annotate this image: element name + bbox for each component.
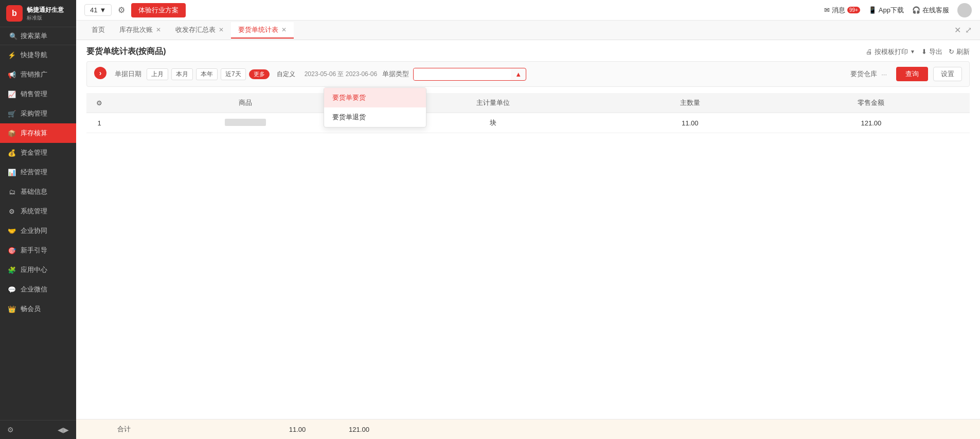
user-avatar[interactable] bbox=[957, 3, 972, 17]
window-controls: ✕ ⤢ bbox=[954, 25, 972, 35]
header-left: 41 ▼ ⚙ 体验行业方案 bbox=[84, 3, 186, 17]
warehouse-label: 要货仓库 bbox=[850, 69, 877, 79]
sidebar-item-operations[interactable]: 📊 经营管理 bbox=[0, 162, 76, 182]
date-btn-this-month[interactable]: 本月 bbox=[171, 68, 193, 80]
tab-bar: 首页 库存批次账 ✕ 收发存汇总表 ✕ 要货单统计表 ✕ ✕ ⤢ bbox=[76, 21, 980, 40]
purchase-icon: 🛒 bbox=[7, 109, 16, 118]
app-download-area[interactable]: 📱 App下载 bbox=[868, 6, 904, 15]
notification-label: 消息 bbox=[832, 6, 845, 15]
date-filter-label: 单据日期 bbox=[115, 69, 141, 79]
member-label: 畅会员 bbox=[21, 304, 41, 314]
date-range-display: 2023-05-06 至 2023-06-06 bbox=[305, 70, 377, 79]
main-area: 41 ▼ ⚙ 体验行业方案 ✉ 消息 99+ 📱 App下载 🎧 在线客服 bbox=[76, 0, 980, 439]
total-amount: 121.00 bbox=[333, 426, 385, 433]
sidebar-item-guide[interactable]: 🎯 新手引导 bbox=[0, 241, 76, 260]
settings-footer-icon[interactable]: ⚙ bbox=[7, 426, 14, 434]
table-wrapper: ⚙ 商品 主计量单位 主数量 零售金额 1 块 11.00 bbox=[86, 93, 970, 419]
refresh-icon: ↻ bbox=[949, 48, 954, 56]
finance-label: 资金管理 bbox=[21, 148, 47, 157]
col-amount: 零售金额 bbox=[773, 93, 970, 113]
basics-icon: 🗂 bbox=[7, 187, 16, 196]
inventory-icon: 📦 bbox=[7, 129, 16, 138]
company-selector[interactable]: 41 ▼ bbox=[84, 4, 112, 16]
date-btn-more[interactable]: 更多 bbox=[249, 69, 270, 79]
appcenter-icon: 🧩 bbox=[7, 265, 16, 275]
guide-icon: 🎯 bbox=[7, 246, 16, 255]
export-button[interactable]: ⬇ 导出 bbox=[921, 47, 942, 57]
date-btn-last-7days[interactable]: 近7天 bbox=[221, 68, 246, 80]
col-qty: 主数量 bbox=[608, 93, 773, 113]
date-btn-custom[interactable]: 自定义 bbox=[273, 69, 299, 80]
refresh-label: 刷新 bbox=[956, 47, 970, 57]
table-footer: 合计 11.00 121.00 bbox=[76, 419, 980, 439]
system-icon: ⚙ bbox=[7, 207, 16, 216]
app-logo-icon: b bbox=[6, 5, 23, 22]
print-icon: 🖨 bbox=[866, 48, 872, 56]
page-title: 要货单统计表(按商品) bbox=[86, 46, 166, 57]
table-header-row: ⚙ 商品 主计量单位 主数量 零售金额 bbox=[86, 93, 970, 113]
print-chevron-icon: ▼ bbox=[910, 49, 915, 54]
tab-inventory-batch-close[interactable]: ✕ bbox=[156, 26, 161, 33]
trial-button[interactable]: 体验行业方案 bbox=[131, 3, 186, 17]
guide-label: 新手引导 bbox=[21, 246, 47, 255]
purchase-label: 采购管理 bbox=[21, 109, 47, 118]
main-table: ⚙ 商品 主计量单位 主数量 零售金额 1 块 11.00 bbox=[86, 93, 970, 133]
sidebar-item-appcenter[interactable]: 🧩 应用中心 bbox=[0, 260, 76, 280]
notification-badge: 99+ bbox=[847, 7, 860, 13]
type-select-input[interactable] bbox=[414, 68, 511, 80]
cell-qty: 11.00 bbox=[608, 113, 773, 133]
page-actions: 🖨 按模板打印 ▼ ⬇ 导出 ↻ 刷新 bbox=[866, 47, 970, 57]
sidebar-logo: b 畅捷通好生意 标准版 bbox=[0, 0, 76, 27]
collapse-footer-icon[interactable]: ◀▶ bbox=[58, 426, 69, 434]
maximize-icon[interactable]: ⤢ bbox=[965, 25, 972, 35]
company-selector-text: 41 bbox=[90, 6, 97, 14]
page-title-bar: 要货单统计表(按商品) 🖨 按模板打印 ▼ ⬇ 导出 ↻ 刷新 bbox=[76, 40, 980, 61]
tab-requisition-close[interactable]: ✕ bbox=[281, 26, 287, 33]
warehouse-more-icon[interactable]: ··· bbox=[881, 70, 887, 78]
type-dropdown: 要货单要货 要货单退货 bbox=[324, 87, 426, 127]
tab-summary[interactable]: 收发存汇总表 ✕ bbox=[168, 22, 231, 39]
export-icon: ⬇ bbox=[921, 48, 927, 56]
print-button[interactable]: 🖨 按模板打印 ▼ bbox=[866, 47, 915, 57]
edition-label: 标准版 bbox=[27, 14, 64, 22]
tab-home[interactable]: 首页 bbox=[84, 22, 112, 39]
tab-summary-close[interactable]: ✕ bbox=[219, 26, 224, 33]
minimize-icon[interactable]: ✕ bbox=[954, 25, 961, 35]
page-content: 要货单统计表(按商品) 🖨 按模板打印 ▼ ⬇ 导出 ↻ 刷新 › bbox=[76, 40, 980, 439]
sidebar-item-quicknav[interactable]: ⚡ 快捷导航 bbox=[0, 45, 76, 65]
sidebar-item-purchase[interactable]: 🛒 采购管理 bbox=[0, 104, 76, 123]
sidebar-item-member[interactable]: 👑 畅会员 bbox=[0, 299, 76, 319]
quicknav-label: 快捷导航 bbox=[21, 50, 47, 60]
sidebar-item-inventory[interactable]: 📦 库存核算 bbox=[0, 123, 76, 143]
date-btn-last-month[interactable]: 上月 bbox=[147, 68, 168, 80]
type-select-arrow-icon[interactable]: ▲ bbox=[511, 68, 526, 80]
search-menu-item[interactable]: 🔍 搜索菜单 bbox=[0, 27, 76, 45]
weixin-icon: 💬 bbox=[7, 285, 16, 294]
sidebar-item-finance[interactable]: 💰 资金管理 bbox=[0, 143, 76, 162]
search-menu-label: 搜索菜单 bbox=[21, 31, 47, 41]
header-settings-icon[interactable]: ⚙ bbox=[118, 5, 125, 15]
online-service-area[interactable]: 🎧 在线客服 bbox=[912, 6, 949, 15]
settings-set-button[interactable]: 设置 bbox=[933, 67, 962, 81]
date-btn-this-year[interactable]: 本年 bbox=[196, 68, 218, 80]
sidebar-item-system[interactable]: ⚙ 系统管理 bbox=[0, 202, 76, 221]
dropdown-item-requisition-return[interactable]: 要货单退货 bbox=[324, 107, 426, 127]
sales-label: 销售管理 bbox=[21, 89, 47, 99]
query-button[interactable]: 查询 bbox=[896, 67, 928, 81]
notification-area[interactable]: ✉ 消息 99+ bbox=[824, 6, 860, 15]
dropdown-item-requisition-order[interactable]: 要货单要货 bbox=[324, 88, 426, 107]
weixin-label: 企业微信 bbox=[21, 285, 47, 294]
sidebar-item-sales[interactable]: 📈 销售管理 bbox=[0, 84, 76, 104]
tab-inventory-batch[interactable]: 库存批次账 ✕ bbox=[112, 22, 168, 39]
sidebar-item-collab[interactable]: 🤝 企业协同 bbox=[0, 221, 76, 241]
sidebar-item-weixin[interactable]: 💬 企业微信 bbox=[0, 280, 76, 299]
sidebar: b 畅捷通好生意 标准版 🔍 搜索菜单 ⚡ 快捷导航 📢 营销推广 📈 销售管理… bbox=[0, 0, 76, 439]
sidebar-item-basics[interactable]: 🗂 基础信息 bbox=[0, 182, 76, 202]
filter-expand-button[interactable]: › bbox=[94, 67, 106, 79]
col-settings[interactable]: ⚙ bbox=[86, 93, 112, 113]
member-icon: 👑 bbox=[7, 304, 16, 314]
refresh-button[interactable]: ↻ 刷新 bbox=[949, 47, 970, 57]
appcenter-label: 应用中心 bbox=[21, 265, 47, 275]
sidebar-item-marketing[interactable]: 📢 营销推广 bbox=[0, 65, 76, 84]
tab-requisition[interactable]: 要货单统计表 ✕ bbox=[231, 22, 294, 39]
